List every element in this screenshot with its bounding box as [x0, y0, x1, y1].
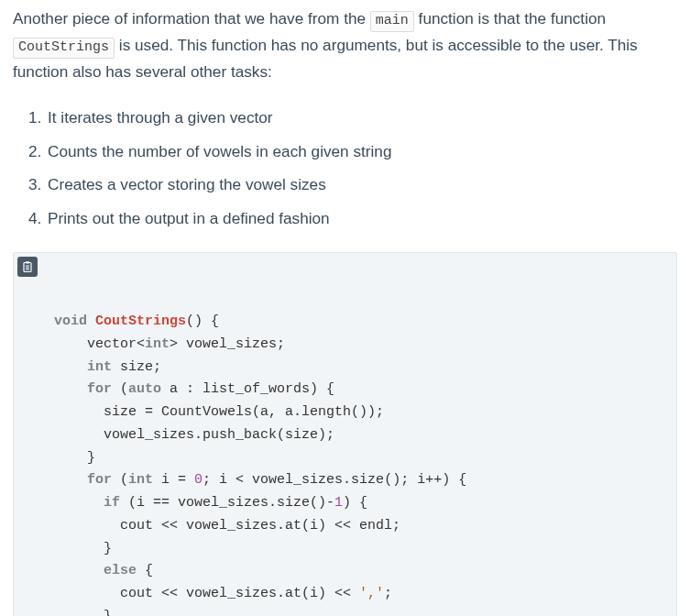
code-l8-zero: 0 [194, 472, 203, 488]
code-l5: size = CountVowels(a, a.length()); [54, 404, 384, 420]
code-l13-str: ',' [359, 586, 384, 601]
intro-text-a: Another piece of information that we hav… [13, 9, 370, 28]
code-kw-void: void [54, 314, 87, 329]
code-l9b: ) { [343, 495, 367, 511]
code-l8b: i = [153, 472, 194, 488]
code-l12-rest: { [137, 563, 153, 578]
code-l12-else: else [104, 563, 137, 578]
code-l13a: cout << vowel_sizes.at(i) << [54, 586, 359, 601]
code-l9a: (i == vowel_sizes.size()- [120, 495, 334, 511]
code-block: void CoutStrings() { vector<int> vowel_s… [13, 252, 677, 617]
task-item-3: Creates a vector storing the vowel sizes [46, 168, 677, 202]
code-l9-one: 1 [334, 495, 343, 511]
code-l10: cout << vowel_sizes.at(i) << endl; [54, 518, 400, 534]
code-l13b: ; [384, 586, 392, 601]
code-l8-for: for [87, 472, 112, 488]
svg-rect-1 [26, 261, 29, 263]
code-l4-for: for [87, 381, 112, 397]
code-l4a: ( [112, 381, 128, 397]
code-l1-rest: () { [186, 314, 219, 329]
intro-text-b: function is that the function [414, 9, 606, 28]
code-l8c: ; i < vowel_sizes.size(); i++) { [203, 472, 466, 488]
clipboard-svg [21, 260, 34, 273]
code-l6: vowel_sizes.push_back(size); [54, 427, 334, 443]
clipboard-icon [17, 257, 38, 277]
code-l2a: vector< [54, 336, 145, 352]
code-l2-int: int [145, 336, 170, 352]
task-item-2: Counts the number of vowels in each give… [46, 135, 677, 169]
code-l7: } [54, 450, 95, 466]
code-l3-kw: int [87, 359, 112, 375]
inline-code-coutstrings: CoutStrings [13, 38, 115, 59]
code-l2b: > vowel_sizes; [170, 336, 285, 352]
code-l14: } [54, 609, 112, 616]
task-item-4: Prints out the output in a defined fashi… [46, 202, 677, 236]
code-l11: } [54, 541, 112, 556]
code-l3-rest: size; [112, 359, 161, 375]
code-fn-name: CoutStrings [95, 314, 186, 329]
task-item-1: It iterates through a given vector [46, 101, 677, 135]
tasks-list: It iterates through a given vector Count… [13, 101, 677, 236]
code-l9-if: if [104, 495, 120, 511]
intro-paragraph: Another piece of information that we hav… [13, 6, 677, 84]
code-l4b: a : list_of_words) { [161, 381, 334, 397]
code-l8a: ( [112, 472, 128, 488]
code-l4-auto: auto [128, 381, 161, 397]
inline-code-main: main [370, 11, 414, 32]
code-l8-int: int [128, 472, 153, 488]
